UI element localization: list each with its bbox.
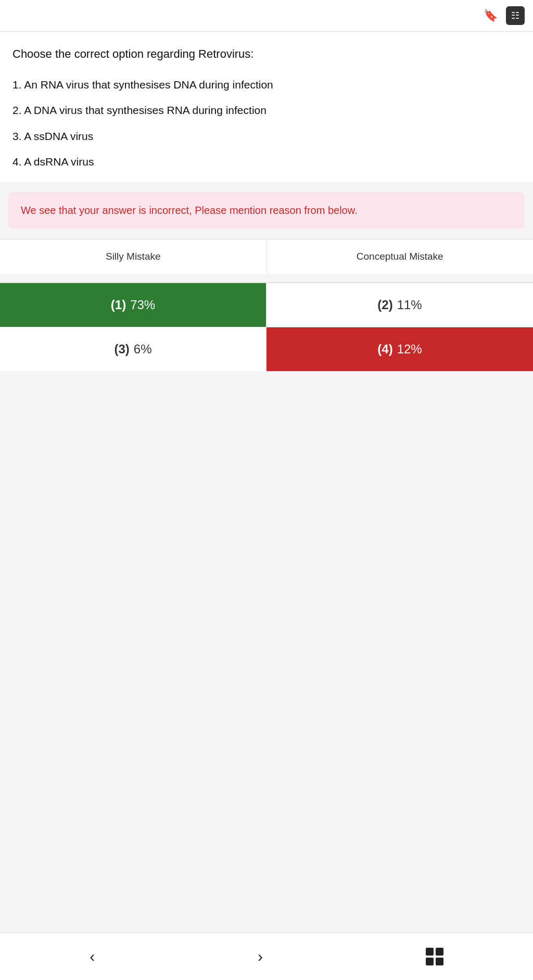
- option-list: 1. An RNA virus that synthesises DNA dur…: [12, 77, 521, 170]
- grid-view-button[interactable]: [413, 944, 456, 970]
- option-2[interactable]: 2. A DNA virus that synthesises RNA duri…: [12, 103, 521, 118]
- option-3[interactable]: 3. A ssDNA virus: [12, 129, 521, 144]
- stat-cell-3: (3) 6%: [0, 327, 266, 371]
- stat-cell-2: (2) 11%: [266, 283, 533, 327]
- stat-cell-4: (4) 12%: [266, 327, 533, 371]
- conceptual-mistake-button[interactable]: Conceptual Mistake: [267, 239, 534, 274]
- incorrect-banner: We see that your answer is incorrect, Pl…: [8, 192, 525, 228]
- stat-label-4: (4): [377, 342, 392, 357]
- top-bar: 🔖 ☷: [0, 0, 533, 32]
- back-button[interactable]: ‹: [77, 944, 107, 970]
- question-text: Choose the correct option regarding Retr…: [12, 46, 521, 62]
- stat-value-3: 6%: [134, 342, 152, 357]
- stat-value-1: 73%: [130, 298, 155, 312]
- stat-value-4: 12%: [397, 342, 422, 357]
- question-card: Choose the correct option regarding Retr…: [0, 32, 533, 182]
- option-1[interactable]: 1. An RNA virus that synthesises DNA dur…: [12, 77, 521, 92]
- stat-label-2: (2): [377, 298, 392, 312]
- forward-button[interactable]: ›: [245, 944, 275, 970]
- stat-label-1: (1): [111, 298, 126, 312]
- menu-icon[interactable]: ☷: [506, 6, 525, 25]
- grid-icon: [426, 948, 443, 965]
- mistake-options: Silly Mistake Conceptual Mistake: [0, 239, 533, 274]
- bottom-nav: ‹ ›: [0, 933, 533, 980]
- stat-cell-1: (1) 73%: [0, 283, 266, 327]
- incorrect-banner-text: We see that your answer is incorrect, Pl…: [21, 202, 512, 218]
- stats-grid: (1) 73% (2) 11% (3) 6% (4) 12%: [0, 282, 533, 371]
- bookmark-icon[interactable]: 🔖: [481, 6, 500, 25]
- silly-mistake-button[interactable]: Silly Mistake: [0, 239, 267, 274]
- stat-label-3: (3): [114, 342, 129, 357]
- option-4[interactable]: 4. A dsRNA virus: [12, 154, 521, 169]
- stat-value-2: 11%: [397, 298, 422, 312]
